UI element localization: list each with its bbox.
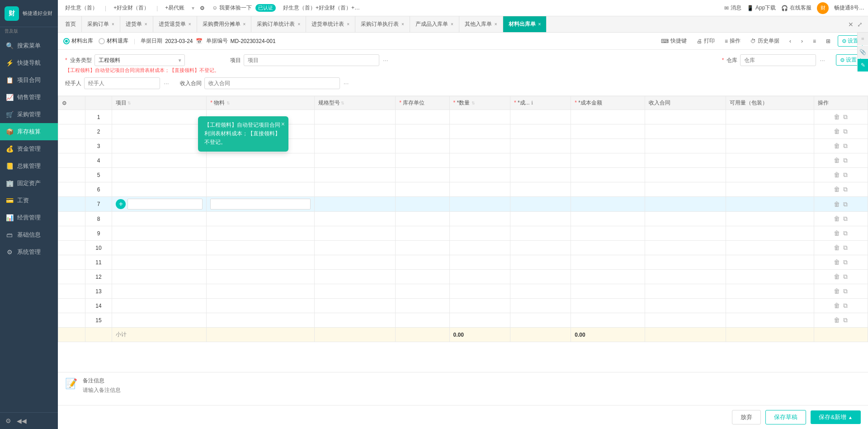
dropdown-arrow-icon2[interactable]: ▲	[848, 415, 853, 420]
row-cost-amt[interactable]	[571, 182, 645, 197]
row-available[interactable]	[726, 299, 814, 313]
row-cost[interactable]	[510, 182, 571, 197]
row-cost-amt[interactable]	[571, 124, 645, 139]
table-row[interactable]: 10 🗑 ⧉	[58, 241, 868, 255]
row-material[interactable]	[207, 313, 315, 328]
row-qty[interactable]	[449, 168, 510, 182]
topbar-haoshengyi[interactable]: 好生意（首）	[61, 2, 101, 14]
row-cost-amt[interactable]	[571, 212, 645, 226]
row-copy-icon[interactable]: ⧉	[842, 229, 849, 237]
row-available[interactable]	[726, 124, 814, 139]
topbar-settings-icon[interactable]: ⚙	[200, 5, 205, 11]
table-row[interactable]: 14 🗑 ⧉	[58, 299, 868, 313]
sidebar-item-inventory[interactable]: 📦 库存核算	[0, 123, 58, 140]
row-material[interactable]	[207, 255, 315, 270]
sidebar-item-business[interactable]: 📊 经营管理	[0, 209, 58, 226]
row-qty[interactable]	[449, 313, 510, 328]
row-income-contract[interactable]	[645, 241, 726, 255]
row-available[interactable]	[726, 255, 814, 270]
tab-purchase-exec-close[interactable]: ×	[401, 22, 404, 27]
row-project[interactable]: +	[112, 197, 207, 212]
table-row[interactable]: 5 🗑 ⧉	[58, 168, 868, 182]
row-available[interactable]	[726, 153, 814, 168]
view-list-btn[interactable]: ≡	[810, 37, 819, 45]
sidebar-item-shortcut[interactable]: ⚡ 快捷导航	[0, 54, 58, 72]
sort-spec-icon[interactable]: ⇅	[341, 101, 344, 105]
topbar-certified-items[interactable]: 好生意（首）+好业财（首）+…	[279, 2, 363, 14]
save-draft-button[interactable]: 保存草稿	[765, 410, 806, 424]
row-income-contract[interactable]	[645, 139, 726, 153]
history-btn[interactable]: ⏱ 历史单据	[748, 36, 782, 46]
row-cost-amt[interactable]	[571, 241, 645, 255]
row-cost-amt[interactable]	[571, 313, 645, 328]
row-copy-icon[interactable]: ⧉	[842, 157, 849, 164]
row-income-contract[interactable]	[645, 255, 726, 270]
row-income-contract[interactable]	[645, 212, 726, 226]
row-qty[interactable]	[449, 270, 510, 284]
row-cost[interactable]	[510, 212, 571, 226]
row-cost-amt[interactable]	[571, 139, 645, 153]
row-cost[interactable]	[510, 313, 571, 328]
row-delete-icon[interactable]: 🗑	[833, 113, 841, 120]
row-cost-amt[interactable]	[571, 197, 645, 212]
tab-other-in-close[interactable]: ×	[495, 22, 497, 27]
tab-material-out-close[interactable]: ×	[538, 22, 541, 27]
row-material[interactable]	[207, 226, 315, 241]
column-settings-icon[interactable]: ⚙	[62, 100, 67, 106]
row-cost-amt[interactable]	[571, 284, 645, 299]
row-income-contract[interactable]	[645, 226, 726, 241]
row-copy-icon[interactable]: ⧉	[842, 200, 849, 208]
row-spec[interactable]	[315, 110, 396, 124]
tab-purchase-stat[interactable]: 采购订单统计表 ×	[251, 16, 306, 33]
row-qty[interactable]	[449, 226, 510, 241]
row-unit[interactable]	[396, 226, 449, 241]
row-delete-icon[interactable]: 🗑	[833, 157, 841, 164]
row-spec[interactable]	[315, 241, 396, 255]
row-project[interactable]	[112, 139, 207, 153]
row-project[interactable]	[112, 226, 207, 241]
row-cost[interactable]	[510, 270, 571, 284]
close-all-icon[interactable]: ✕	[848, 21, 854, 28]
tab-purchase-exec[interactable]: 采购订单执行表 ×	[355, 16, 410, 33]
topbar-username[interactable]: 畅捷通8号…	[834, 4, 864, 12]
sort-qty-icon[interactable]: ⇅	[472, 101, 475, 105]
th-settings[interactable]: ⚙	[58, 96, 85, 110]
remarks-input[interactable]	[83, 386, 861, 399]
row-copy-icon[interactable]: ⧉	[842, 302, 849, 309]
row-material[interactable]	[207, 284, 315, 299]
calendar-icon[interactable]: 📅	[196, 38, 203, 44]
row-project[interactable]	[112, 299, 207, 313]
project-dots-icon[interactable]: ···	[383, 57, 388, 64]
row-copy-icon[interactable]: ⧉	[842, 258, 849, 266]
row-spec[interactable]	[315, 270, 396, 284]
row-unit[interactable]	[396, 168, 449, 182]
row-copy-icon[interactable]: ⧉	[842, 186, 849, 193]
row-delete-icon[interactable]: 🗑	[833, 186, 841, 193]
row-material[interactable]	[207, 197, 315, 212]
tab-purchase-in-close[interactable]: ×	[145, 22, 147, 27]
row-cost-amt[interactable]	[571, 255, 645, 270]
sidebar-item-purchase[interactable]: 🛒 采购管理	[0, 106, 58, 123]
sidebar-settings-icon[interactable]: ⚙	[5, 417, 11, 424]
row-material[interactable]	[207, 212, 315, 226]
row-available[interactable]	[726, 284, 814, 299]
row-spec[interactable]	[315, 197, 396, 212]
row-project[interactable]	[112, 212, 207, 226]
tab-purchase-in[interactable]: 进货单 ×	[120, 16, 153, 33]
sidebar-collapse-icon[interactable]: ◀◀	[17, 417, 27, 424]
row-material[interactable]	[207, 270, 315, 284]
row-project[interactable]	[112, 110, 207, 124]
table-row[interactable]: 6 🗑 ⧉	[58, 182, 868, 197]
row-copy-icon[interactable]: ⧉	[842, 316, 849, 324]
row-copy-icon[interactable]: ⧉	[842, 273, 849, 280]
topbar-certified-badge[interactable]: 已认证	[255, 4, 276, 12]
row-delete-icon[interactable]: 🗑	[833, 128, 841, 135]
row-copy-icon[interactable]: ⧉	[842, 215, 849, 222]
row-unit[interactable]	[396, 270, 449, 284]
row-cost[interactable]	[510, 299, 571, 313]
table-row[interactable]: 2 🗑 ⧉	[58, 124, 868, 139]
row-copy-icon[interactable]: ⧉	[842, 113, 849, 120]
tab-product-in[interactable]: 产成品入库单 ×	[410, 16, 459, 33]
row-cost[interactable]	[510, 168, 571, 182]
row-material[interactable]	[207, 153, 315, 168]
